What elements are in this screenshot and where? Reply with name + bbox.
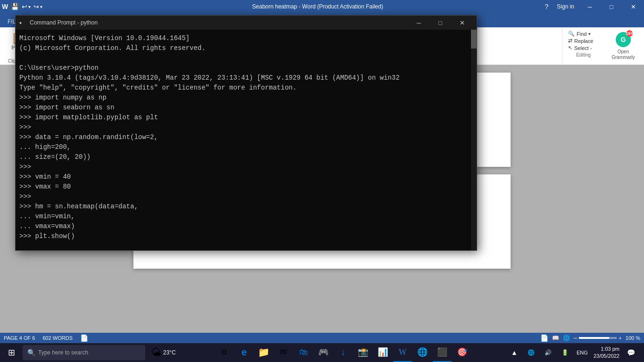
grammarly-group: G 19+ OpenGrammarly xyxy=(604,28,642,64)
select-icon: ↖ xyxy=(568,45,572,51)
view-web-icon[interactable]: 🌐 xyxy=(563,335,570,341)
select-button[interactable]: ↖ Select - xyxy=(566,44,601,51)
status-bar: PAGE 4 OF 6 602 WORDS 📄 📄 📖 🌐 ─ + 100 % xyxy=(0,333,644,343)
maximize-button[interactable]: □ xyxy=(601,0,622,13)
cmd-icon: ▪ xyxy=(19,19,27,26)
window-title: Seaborn heatmap - Word (Product Activati… xyxy=(94,3,541,10)
taskbar: ⊞ 🔍 Type here to search 🌤 23°C ⧉ e 📁 ✉ 🛍… xyxy=(0,343,644,362)
quick-access-toolbar: W 💾 ↩ ▾ ↪ ▾ xyxy=(0,0,94,13)
cmd-title: Command Prompt - python xyxy=(30,19,408,26)
taskbar-apps: ⧉ e 📁 ✉ 🛍 🎮 ↓ 📸 📊 W 🌐 ⬛ 🎯 xyxy=(182,343,505,362)
clock-time: 1:03 pm xyxy=(594,346,619,353)
page-info: PAGE 4 OF 6 xyxy=(4,335,35,341)
taskbar-app-explorer[interactable]: 📁 xyxy=(255,343,273,362)
taskbar-app-word[interactable]: W xyxy=(393,343,412,362)
view-read-icon[interactable]: 📖 xyxy=(552,335,559,341)
taskbar-right: ▲ 🌐 🔊 🔋 ENG 1:03 pm 23/05/2022 💬 xyxy=(507,345,642,360)
zoom-percent: 100 % xyxy=(626,335,640,341)
zoom-control[interactable]: ─ + xyxy=(574,335,622,341)
cmd-window[interactable]: ▪ Command Prompt - python ─ □ ✕ Microsof… xyxy=(15,15,477,251)
zoom-out-icon[interactable]: ─ xyxy=(574,335,578,341)
cmd-scrollbar[interactable] xyxy=(471,30,477,250)
show-hidden-icons-button[interactable]: ▲ xyxy=(507,345,522,360)
word-count-icon: 📄 xyxy=(80,334,88,342)
signin-button[interactable]: Sign in xyxy=(552,3,579,10)
start-icon: ⊞ xyxy=(8,347,15,358)
window-controls: ─ □ ✕ xyxy=(579,0,644,13)
cmd-minimize-button[interactable]: ─ xyxy=(408,16,429,30)
find-button[interactable]: 🔍 Find ▾ xyxy=(566,30,601,37)
word-titlebar: W 💾 ↩ ▾ ↪ ▾ Seaborn heatmap - Word (Prod… xyxy=(0,0,644,13)
minimize-button[interactable]: ─ xyxy=(579,0,601,13)
taskbar-app-epic[interactable]: 🎮 xyxy=(314,343,333,362)
taskbar-app-task-view[interactable]: ⧉ xyxy=(215,343,234,362)
taskbar-app-unknown[interactable]: 🎯 xyxy=(453,343,471,362)
view-normal-icon[interactable]: 📄 xyxy=(540,334,548,342)
status-bar-right: 📄 📖 🌐 ─ + 100 % xyxy=(540,334,640,342)
save-icon[interactable]: 💾 xyxy=(11,3,19,10)
cmd-controls: ─ □ ✕ xyxy=(408,16,473,30)
replace-button[interactable]: ⇄ Replace xyxy=(566,37,601,44)
start-button[interactable]: ⊞ xyxy=(2,343,21,362)
weather-icon: 🌤 xyxy=(151,346,161,359)
taskbar-search-text: Type here to search xyxy=(38,349,88,356)
battery-icon[interactable]: 🔋 xyxy=(558,345,573,360)
help-button[interactable]: ? xyxy=(541,3,553,10)
taskbar-app-torrent[interactable]: ↓ xyxy=(334,343,353,362)
open-grammarly-label: OpenGrammarly xyxy=(611,49,635,60)
system-clock[interactable]: 1:03 pm 23/05/2022 xyxy=(592,346,621,360)
language-icon[interactable]: ENG xyxy=(575,345,590,360)
notification-icon[interactable]: 💬 xyxy=(623,345,638,360)
clock-date: 23/05/2022 xyxy=(594,353,619,360)
taskbar-app-store[interactable]: 🛍 xyxy=(294,343,313,362)
grammarly-icon-container: G 19+ xyxy=(616,32,631,47)
zoom-slider-fill xyxy=(579,337,609,339)
word-count: 602 WORDS xyxy=(42,335,73,341)
temperature-display: 23°C xyxy=(163,349,176,356)
cmd-close-button[interactable]: ✕ xyxy=(451,16,473,30)
editing-label: Editing xyxy=(566,52,601,58)
close-button[interactable]: ✕ xyxy=(622,0,644,13)
zoom-in-icon[interactable]: + xyxy=(619,335,621,341)
taskbar-app-chrome[interactable]: 🌐 xyxy=(413,343,432,362)
word-logo-icon: W xyxy=(2,3,8,10)
cmd-maximize-button[interactable]: □ xyxy=(429,16,451,30)
taskbar-app-project[interactable]: 📊 xyxy=(373,343,392,362)
cmd-content[interactable]: Microsoft Windows [Version 10.0.19044.16… xyxy=(16,30,477,250)
replace-icon: ⇄ xyxy=(568,38,572,44)
cmd-scrollbar-thumb[interactable] xyxy=(471,30,477,49)
taskbar-app-cmd[interactable]: ⬛ xyxy=(433,343,452,362)
customize-qat-icon[interactable]: ▾ xyxy=(40,4,42,9)
taskbar-search-box[interactable]: 🔍 Type here to search xyxy=(23,345,145,360)
taskbar-app-greenshot[interactable]: 📸 xyxy=(354,343,372,362)
undo-icon[interactable]: ↩ xyxy=(22,3,27,10)
cmd-titlebar: ▪ Command Prompt - python ─ □ ✕ xyxy=(16,16,477,30)
find-dropdown-icon[interactable]: ▾ xyxy=(588,32,591,36)
taskbar-search-icon: 🔍 xyxy=(27,349,35,356)
zoom-slider[interactable] xyxy=(579,337,617,339)
find-icon: 🔍 xyxy=(568,31,575,37)
grammarly-badge: 19+ xyxy=(626,30,633,37)
network-icon[interactable]: 🌐 xyxy=(524,345,539,360)
undo-dropdown-icon[interactable]: ▾ xyxy=(28,4,31,9)
redo-icon[interactable]: ↪ xyxy=(33,3,39,10)
taskbar-app-mail[interactable]: ✉ xyxy=(274,343,293,362)
editing-group: 🔍 Find ▾ ⇄ Replace ↖ Select - Editing xyxy=(562,28,604,64)
speaker-icon[interactable]: 🔊 xyxy=(541,345,556,360)
weather-widget[interactable]: 🌤 23°C xyxy=(147,346,180,359)
taskbar-app-edge[interactable]: e xyxy=(235,343,254,362)
